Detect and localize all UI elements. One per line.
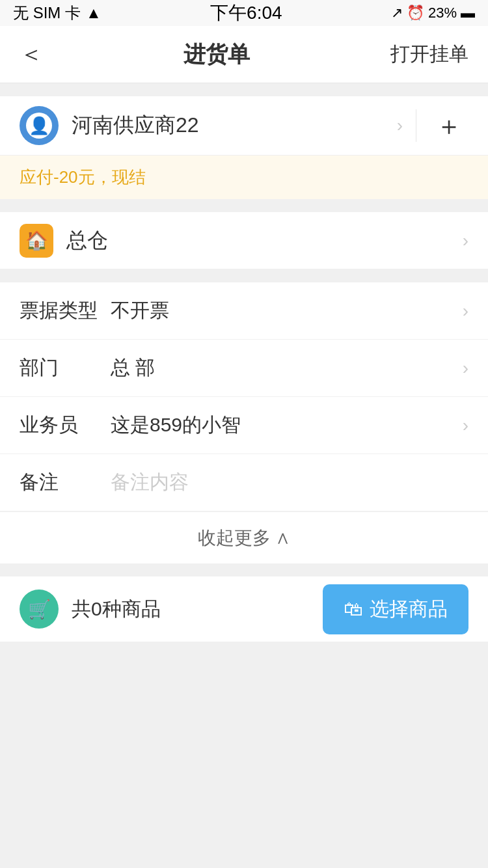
notice-text: 应付-20元，现结 (20, 167, 146, 187)
section-gap-1 (0, 83, 488, 96)
notice-banner: 应付-20元，现结 (0, 156, 488, 199)
supplier-name: 河南供应商22 (72, 111, 397, 140)
alarm-icon: ⏰ (407, 5, 424, 21)
select-product-button[interactable]: 🛍 选择商品 (323, 584, 468, 634)
nav-bar: ＜ 进货单 打开挂单 (0, 26, 488, 83)
invoice-label: 票据类型 (20, 297, 104, 324)
invoice-value: 不开票 (104, 297, 463, 324)
supplier-divider (416, 109, 416, 142)
dept-chevron-icon: › (463, 358, 468, 379)
page-background (0, 642, 488, 837)
supplier-row[interactable]: 👤 河南供应商22 › (20, 96, 403, 155)
supplier-section: 👤 河南供应商22 › ＋ (0, 96, 488, 156)
remark-input[interactable]: 备注内容 (104, 469, 468, 496)
back-button[interactable]: ＜ (20, 38, 43, 70)
form-section: 票据类型 不开票 › 部门 总 部 › 业务员 这是859的小智 › 备注 备注… (0, 282, 488, 563)
select-product-label: 选择商品 (370, 596, 448, 623)
warehouse-chevron-icon: › (463, 230, 468, 251)
location-icon: ↗ (391, 5, 403, 21)
warehouse-name: 总仓 (66, 226, 463, 255)
wifi-icon: ▲ (86, 4, 102, 22)
dept-row[interactable]: 部门 总 部 › (0, 340, 488, 397)
open-pending-button[interactable]: 打开挂单 (390, 41, 468, 68)
status-bar: 无 SIM 卡 ▲ 下午6:04 ↗ ⏰ 23% ▬ (0, 0, 488, 26)
avatar: 👤 (20, 106, 59, 145)
product-icon-wrap: 🛒 (20, 590, 59, 629)
supplier-chevron-icon: › (397, 115, 403, 136)
warehouse-icon-wrap: 🏠 (20, 224, 53, 258)
dept-label: 部门 (20, 355, 104, 381)
warehouse-section: 🏠 总仓 › (0, 212, 488, 269)
remark-row[interactable]: 备注 备注内容 (0, 454, 488, 511)
remark-label: 备注 (20, 469, 104, 496)
select-product-icon: 🛍 (344, 598, 363, 620)
avatar-inner: 👤 (26, 113, 52, 139)
sim-label: 无 SIM 卡 (13, 3, 81, 23)
staff-value: 这是859的小智 (104, 412, 463, 439)
bottom-bar: 🛒 共0种商品 🛍 选择商品 (0, 576, 488, 642)
product-icon: 🛒 (28, 599, 51, 620)
page-title: 进货单 (183, 40, 250, 70)
collapse-label: 收起更多 ∧ (198, 526, 291, 550)
status-right: ↗ ⏰ 23% ▬ (391, 5, 475, 21)
person-icon: 👤 (29, 116, 49, 136)
product-count-label: 共0种商品 (72, 596, 323, 623)
staff-row[interactable]: 业务员 这是859的小智 › (0, 397, 488, 454)
house-icon: 🏠 (25, 230, 48, 251)
status-left: 无 SIM 卡 ▲ (13, 3, 102, 23)
invoice-row[interactable]: 票据类型 不开票 › (0, 282, 488, 340)
status-time: 下午6:04 (210, 1, 282, 25)
battery-label: 23% (428, 5, 457, 21)
collapse-button[interactable]: 收起更多 ∧ (0, 511, 488, 563)
staff-label: 业务员 (20, 412, 104, 439)
staff-chevron-icon: › (463, 415, 468, 436)
warehouse-row[interactable]: 🏠 总仓 › (0, 212, 488, 269)
add-supplier-button[interactable]: ＋ (429, 108, 468, 144)
dept-value: 总 部 (104, 355, 463, 381)
battery-icon: ▬ (461, 5, 475, 21)
invoice-chevron-icon: › (463, 301, 468, 321)
